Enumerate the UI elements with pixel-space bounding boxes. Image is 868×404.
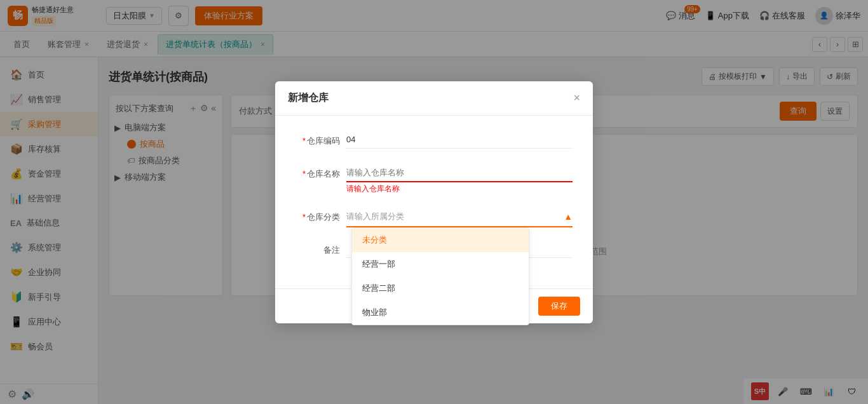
modal-overlay: 新增仓库 × 仓库编码 仓库名称 请输入仓库名称 仓库分类 请输入所 [0, 0, 868, 404]
category-dropdown: 未分类 经营一部 经营二部 物业部 [351, 227, 529, 325]
dropdown-item-property[interactable]: 物业部 [352, 300, 529, 325]
new-warehouse-modal: 新增仓库 × 仓库编码 仓库名称 请输入仓库名称 仓库分类 请输入所 [275, 81, 593, 323]
note-label: 备注 [295, 240, 346, 260]
save-button[interactable]: 保存 [538, 297, 580, 316]
form-row-name: 仓库名称 请输入仓库名称 [295, 164, 573, 194]
category-select[interactable]: 请输入所属分类 ▲ [346, 207, 573, 227]
category-chevron-up-icon: ▲ [564, 212, 573, 222]
name-input[interactable] [346, 164, 573, 182]
dropdown-item-dept1[interactable]: 经营一部 [352, 252, 529, 276]
form-row-code: 仓库编码 [295, 131, 573, 151]
name-label: 仓库名称 [295, 164, 346, 184]
name-field-wrap: 请输入仓库名称 [346, 164, 573, 194]
modal-header: 新增仓库 × [275, 81, 593, 116]
dropdown-item-dept2[interactable]: 经营二部 [352, 276, 529, 300]
modal-body: 仓库编码 仓库名称 请输入仓库名称 仓库分类 请输入所属分类 ▲ [275, 116, 593, 288]
category-placeholder: 请输入所属分类 [346, 211, 404, 222]
dropdown-item-unclassified[interactable]: 未分类 [352, 228, 529, 252]
code-input[interactable] [346, 131, 573, 149]
category-label: 仓库分类 [295, 207, 346, 227]
name-error-message: 请输入仓库名称 [346, 184, 573, 194]
code-label: 仓库编码 [295, 131, 346, 151]
form-row-category: 仓库分类 请输入所属分类 ▲ 未分类 经营一部 经营二部 [295, 207, 573, 227]
modal-close-button[interactable]: × [573, 91, 580, 105]
modal-title: 新增仓库 [288, 91, 329, 105]
